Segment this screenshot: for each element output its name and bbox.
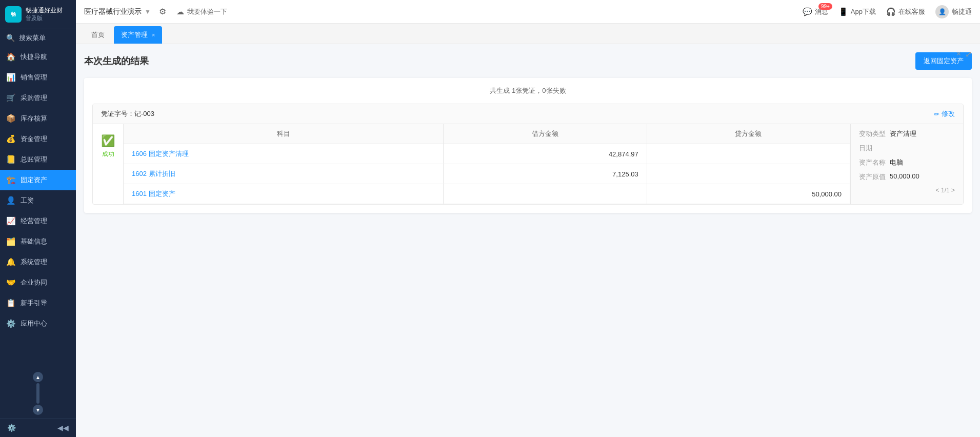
company-dropdown-icon: ▼ — [145, 8, 151, 15]
sidebar-item-label: 采购管理 — [21, 93, 47, 103]
sidebar-item-purchase[interactable]: 🛒 采购管理 — [0, 88, 76, 108]
sidebar-item-label: 工资 — [21, 196, 34, 205]
summary-text: 共生成 1张凭证，0张失败 — [92, 86, 964, 95]
experience-icon: ☁ — [176, 7, 184, 16]
content-area: × ⤢ 本次生成的结果 返回固定资产 共生成 1张凭证，0张失败 凭证字号：记-… — [76, 44, 980, 437]
close-panel-icon[interactable]: × — [956, 49, 961, 59]
payroll-icon: 👤 — [6, 196, 15, 205]
sidebar-item-label: 企业协同 — [21, 278, 47, 287]
logo-sub: 普及版 — [26, 14, 63, 22]
asset-name-value: 电脑 — [890, 158, 903, 167]
online-support-button[interactable]: 🎧 在线客服 — [886, 7, 925, 16]
page-title: 本次生成的结果 — [84, 55, 149, 67]
edit-button[interactable]: ✏ 修改 — [934, 109, 955, 118]
sidebar-item-funds[interactable]: 💰 资金管理 — [0, 129, 76, 149]
sidebar-item-quick-nav[interactable]: 🏠 快捷导航 — [0, 47, 76, 67]
user-name: 畅捷通 — [952, 7, 972, 16]
table-row: 1606 固定资产清理 42,874.97 — [124, 144, 850, 164]
pagination-next[interactable]: > — [951, 187, 955, 194]
voucher-block: 凭证字号：记-003 ✏ 修改 ✅ 成功 — [92, 104, 964, 205]
side-info-original-value: 资产原值 50,000.00 — [859, 172, 955, 182]
sidebar-item-fixed-assets[interactable]: 🏗️ 固定资产 — [0, 170, 76, 190]
sidebar-item-label: 新手引导 — [21, 299, 47, 308]
pagination-prev[interactable]: < — [936, 187, 939, 194]
sidebar-logo: 畅 畅捷通好业财 普及版 — [0, 0, 76, 29]
sidebar-item-label: 经营管理 — [21, 216, 47, 226]
collapse-icon[interactable]: ◀◀ — [57, 424, 69, 432]
tab-asset-management[interactable]: 资产管理 × — [114, 26, 162, 44]
table-row: 1602 累计折旧 7,125.03 — [124, 164, 850, 184]
scroll-up-button[interactable]: ▲ — [33, 372, 43, 382]
voucher-header: 凭证字号：记-003 ✏ 修改 — [93, 104, 963, 124]
date-label: 日期 — [859, 144, 890, 153]
sidebar-item-label: 库存核算 — [21, 114, 47, 123]
pagination-info: 1/1 — [941, 187, 951, 194]
avatar: 👤 — [935, 5, 949, 18]
app-center-icon: ⚙️ — [6, 319, 15, 328]
sidebar-item-app-center[interactable]: ⚙️ 应用中心 — [0, 313, 76, 334]
enterprise-icon: 🤝 — [6, 278, 15, 287]
experience-button[interactable]: ☁ 我要体验一下 — [176, 7, 227, 16]
app-download-button[interactable]: 📱 App下载 — [838, 7, 876, 16]
sidebar-item-label: 销售管理 — [21, 73, 47, 82]
tab-close-icon[interactable]: × — [152, 32, 155, 38]
credit-cell-2 — [647, 164, 850, 184]
debit-cell-3 — [444, 184, 647, 204]
settings-gear-icon[interactable]: ⚙ — [159, 7, 166, 16]
scroll-down-button[interactable]: ▼ — [33, 405, 43, 415]
tab-home[interactable]: 首页 — [84, 26, 112, 44]
messages-icon: 💬 — [803, 7, 812, 16]
main-area: 医疗器械行业演示 ▼ ⚙ ☁ 我要体验一下 💬 消息 99+ 📱 App下载 🎧… — [76, 0, 980, 437]
original-value-value: 50,000.00 — [890, 172, 919, 182]
sidebar-item-label: 快捷导航 — [21, 52, 47, 62]
status-text: 成功 — [102, 150, 114, 158]
original-value-label: 资产原值 — [859, 172, 890, 182]
sidebar-item-operations[interactable]: 📈 经营管理 — [0, 211, 76, 231]
sidebar-item-enterprise[interactable]: 🤝 企业协同 — [0, 272, 76, 293]
settings-icon[interactable]: ⚙️ — [7, 424, 16, 432]
change-type-label: 变动类型 — [859, 129, 890, 138]
side-pagination: < 1/1 > — [859, 187, 955, 194]
sales-icon: 📊 — [6, 73, 15, 82]
sidebar-item-system[interactable]: 🔔 系统管理 — [0, 252, 76, 272]
subject-cell-2: 1602 累计折旧 — [124, 164, 444, 184]
col-credit: 贷方金额 — [647, 124, 850, 144]
voucher-table: 科目 借方金额 贷方金额 1606 固定资产清理 42,874.97 — [124, 124, 850, 204]
fixed-assets-icon: 🏗️ — [6, 175, 15, 185]
sidebar-item-label: 固定资产 — [21, 175, 47, 185]
sidebar-item-label: 总账管理 — [21, 155, 47, 164]
company-selector[interactable]: 医疗器械行业演示 ▼ — [84, 7, 151, 16]
sidebar-item-sales[interactable]: 📊 销售管理 — [0, 67, 76, 88]
sidebar-item-payroll[interactable]: 👤 工资 — [0, 190, 76, 211]
messages-button[interactable]: 💬 消息 99+ — [803, 7, 828, 16]
sidebar-item-basic-info[interactable]: 🗂️ 基础信息 — [0, 231, 76, 252]
credit-cell-1 — [647, 144, 850, 164]
experience-label: 我要体验一下 — [187, 7, 227, 16]
messages-badge: 99+ — [818, 3, 832, 10]
tabbar: 首页 资产管理 × — [76, 24, 980, 44]
side-info-date: 日期 — [859, 144, 955, 153]
company-name: 医疗器械行业演示 — [84, 7, 142, 16]
sidebar-item-inventory[interactable]: 📦 库存核算 — [0, 108, 76, 129]
sidebar-scrollbar: ▲ ▼ — [0, 369, 76, 418]
sidebar-search[interactable]: 🔍 搜索菜单 — [0, 29, 76, 47]
side-info-asset-name: 资产名称 电脑 — [859, 158, 955, 167]
purchase-icon: 🛒 — [6, 93, 15, 103]
sidebar: 畅 畅捷通好业财 普及版 🔍 搜索菜单 🏠 快捷导航 📊 销售管理 🛒 采购管理… — [0, 0, 76, 437]
side-info-panel: 变动类型 资产清理 日期 资产名称 电脑 资产原值 — [850, 124, 963, 204]
sidebar-item-ledger[interactable]: 📒 总账管理 — [0, 149, 76, 170]
online-support-label: 在线客服 — [898, 7, 925, 16]
credit-cell-3: 50,000.00 — [647, 184, 850, 204]
search-icon: 🔍 — [6, 34, 15, 42]
sidebar-item-guide[interactable]: 📋 新手引导 — [0, 293, 76, 313]
app-download-label: App下载 — [851, 7, 876, 16]
scroll-track — [36, 383, 39, 404]
sidebar-nav: 🏠 快捷导航 📊 销售管理 🛒 采购管理 📦 库存核算 💰 资金管理 📒 总账管… — [0, 47, 76, 369]
sidebar-search-label: 搜索菜单 — [19, 33, 46, 43]
panel-controls: × ⤢ — [956, 49, 972, 59]
online-support-icon: 🎧 — [886, 7, 896, 16]
expand-panel-icon[interactable]: ⤢ — [965, 49, 972, 59]
user-menu[interactable]: 👤 畅捷通 — [935, 5, 972, 18]
app-download-icon: 📱 — [838, 7, 848, 16]
debit-cell-1: 42,874.97 — [444, 144, 647, 164]
